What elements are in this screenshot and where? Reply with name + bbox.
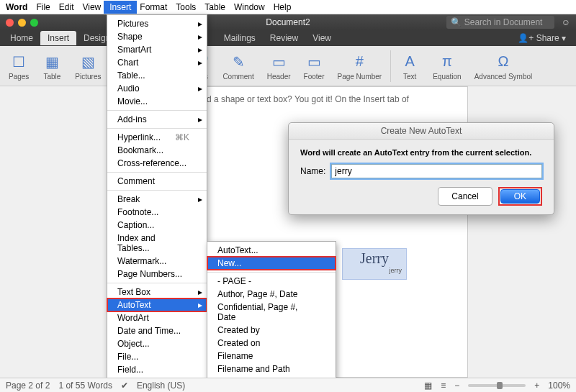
titlebar: Document2 🔍 Search in Document ☺	[0, 14, 576, 30]
user-icon[interactable]: ☺	[562, 17, 570, 27]
ribbon-page-number[interactable]: #Page Number	[333, 52, 386, 81]
footer-icon: ▭	[304, 52, 324, 72]
share-button[interactable]: 👤+ Share ▾	[510, 33, 573, 43]
create-autotext-dialog: Create New AutoText Word will create an …	[288, 122, 554, 215]
search-input[interactable]: 🔍 Search in Document	[446, 16, 554, 29]
menu-item-autotext[interactable]: AutoText...	[207, 244, 336, 257]
menu-insert[interactable]: Insert	[104, 1, 137, 14]
menu-item-date-and-time[interactable]: Date and Time...	[107, 324, 207, 337]
menu-view[interactable]: View	[82, 2, 101, 12]
menu-edit[interactable]: Edit	[59, 2, 74, 12]
ribbon-footer[interactable]: ▭Footer	[300, 52, 329, 81]
menu-format[interactable]: Format	[140, 2, 167, 12]
tab-view[interactable]: View	[305, 31, 338, 45]
menu-item-smartart[interactable]: SmartArt▸	[107, 43, 207, 56]
zoom-in-button[interactable]: +	[534, 380, 539, 391]
comment-icon: ✎	[228, 52, 248, 72]
menu-window[interactable]: Window	[234, 2, 265, 12]
menu-item-object[interactable]: Object...	[107, 337, 207, 350]
tab-mailings[interactable]: Mailings	[217, 31, 263, 45]
menu-item-movie[interactable]: Movie...	[107, 95, 207, 108]
spellcheck-icon[interactable]: ✔︎	[121, 380, 128, 391]
ribbon-pages[interactable]: ☐Pages	[4, 52, 33, 81]
status-page[interactable]: Page 2 of 2	[6, 380, 50, 391]
menu-item-hyperlink[interactable]: Hyperlink...⌘K	[107, 131, 207, 144]
menu-item-text-box[interactable]: Text Box▸	[107, 286, 207, 298]
app-name: Word	[6, 2, 27, 12]
menu-item-audio[interactable]: Audio▸	[107, 82, 207, 95]
signature-selection[interactable]: Jerry jerry	[342, 248, 407, 280]
tab-home[interactable]: Home	[3, 31, 40, 45]
window-controls[interactable]	[6, 19, 38, 27]
menu-item-filename[interactable]: Filename	[207, 350, 336, 363]
menu-help[interactable]: Help	[274, 2, 292, 12]
menu-item-file[interactable]: File...	[107, 350, 207, 363]
ribbon-text[interactable]: AText	[395, 52, 424, 81]
submenu-arrow-icon: ▸	[198, 194, 202, 204]
menu-item-new[interactable]: New...	[207, 257, 336, 270]
menu-table[interactable]: Table	[204, 2, 225, 12]
submenu-arrow-icon: ▸	[198, 32, 202, 42]
menu-item-wordart[interactable]: WordArt	[107, 311, 207, 324]
table-icon: ▦	[42, 52, 62, 72]
menu-item-footnote[interactable]: Footnote...	[107, 206, 207, 219]
menu-item-watermark[interactable]: Watermark...	[107, 255, 207, 268]
ribbon-equation[interactable]: πEquation	[428, 52, 465, 81]
menu-tools[interactable]: Tools	[176, 2, 196, 12]
ribbon-comment[interactable]: ✎Comment	[218, 52, 258, 81]
cancel-button[interactable]: Cancel	[438, 187, 492, 206]
ribbon: ☐Pages▦Table▧Pictures⬢Add-ins♫Media🔗Link…	[0, 46, 576, 86]
menu-file[interactable]: File	[36, 2, 50, 12]
menu-item-shape[interactable]: Shape▸	[107, 30, 207, 43]
zoom-value[interactable]: 100%	[548, 380, 570, 391]
menu-item-autotext[interactable]: AutoText▸	[107, 298, 207, 311]
menu-item-filename-and-path[interactable]: Filename and Path	[207, 363, 336, 375]
tab-insert[interactable]: Insert	[40, 31, 76, 45]
menu-item-confidential-page-date[interactable]: Confidential, Page #, Date	[207, 301, 336, 324]
zoom-slider[interactable]	[468, 384, 526, 387]
menu-item-pictures[interactable]: Pictures▸	[107, 17, 207, 30]
submenu-arrow-icon: ▸	[198, 83, 202, 94]
view-print-icon[interactable]: ▦	[424, 380, 432, 391]
menu-item-break[interactable]: Break▸	[107, 193, 207, 206]
ok-button[interactable]: OK	[500, 189, 540, 204]
menu-item-field[interactable]: Field...	[107, 363, 207, 376]
status-words[interactable]: 1 of 55 Words	[58, 380, 112, 391]
menu-item-author-page-date[interactable]: Author, Page #, Date	[207, 288, 336, 301]
menu-item-created-on[interactable]: Created on	[207, 337, 336, 350]
ribbon-tabs: Home Insert Design Layout References Mai…	[0, 30, 576, 46]
submenu-arrow-icon: ▸	[198, 300, 202, 310]
name-input[interactable]	[331, 164, 542, 178]
signature-name: Jerry	[343, 249, 406, 267]
ribbon-pictures[interactable]: ▧Pictures	[71, 52, 105, 81]
menu-item-created-by[interactable]: Created by	[207, 324, 336, 337]
menu-item-chart[interactable]: Chart▸	[107, 56, 207, 69]
menu-item-comment[interactable]: Comment	[107, 175, 207, 188]
submenu-arrow-icon: ▸	[198, 19, 202, 29]
menu-item-caption[interactable]: Caption...	[107, 219, 207, 232]
menu-item-add-ins[interactable]: Add-ins▸	[107, 113, 207, 126]
menu-item-page-numbers[interactable]: Page Numbers...	[107, 268, 207, 281]
tab-review[interactable]: Review	[263, 31, 305, 45]
advanced-symbol-icon: Ω	[493, 52, 513, 72]
ribbon-table[interactable]: ▦Table	[37, 52, 66, 81]
menu-item-bookmark[interactable]: Bookmark...	[107, 144, 207, 157]
menu-item-cross-reference[interactable]: Cross-reference...	[107, 157, 207, 170]
menu-item-index-and-tables[interactable]: Index and Tables...	[107, 232, 207, 255]
signature-small: jerry	[343, 267, 406, 274]
menu-item-page[interactable]: - PAGE -	[207, 275, 336, 288]
search-icon: 🔍	[451, 17, 462, 27]
view-web-icon[interactable]: ≡	[441, 380, 446, 391]
document-title: Document2	[266, 17, 310, 27]
dialog-message: Word will create an AutoText entry from …	[300, 148, 542, 157]
page-number-icon: #	[349, 52, 369, 72]
submenu-arrow-icon: ▸	[198, 114, 202, 124]
status-lang[interactable]: English (US)	[137, 380, 185, 391]
statusbar: Page 2 of 2 1 of 55 Words ✔︎ English (US…	[0, 378, 576, 392]
ribbon-header[interactable]: ▭Header	[263, 52, 295, 81]
zoom-out-button[interactable]: −	[454, 380, 459, 391]
menu-item-table[interactable]: Table...	[107, 69, 207, 82]
dialog-title: Create New AutoText	[289, 123, 554, 140]
ribbon-advanced-symbol[interactable]: ΩAdvanced Symbol	[470, 52, 537, 81]
mac-menubar: Word File Edit View Insert Format Tools …	[0, 0, 576, 14]
